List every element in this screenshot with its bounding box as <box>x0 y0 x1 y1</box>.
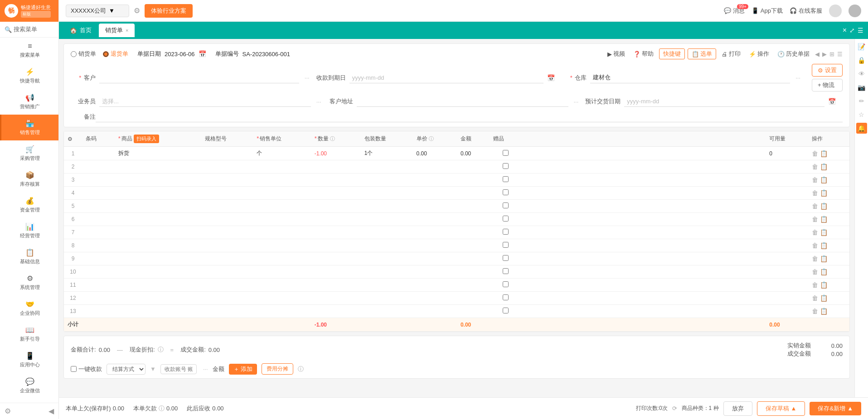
row-unit-price[interactable]: 0.00 <box>413 147 457 160</box>
row-amount[interactable] <box>457 239 490 252</box>
row-unit[interactable] <box>253 200 310 213</box>
row-barcode[interactable] <box>82 279 115 292</box>
row-qty[interactable] <box>311 226 361 239</box>
row-amount[interactable] <box>457 279 490 292</box>
row-unit[interactable] <box>253 187 310 200</box>
app-download-btn[interactable]: 📱 App下载 <box>752 7 783 15</box>
row-amount[interactable] <box>457 160 490 173</box>
sidebar-item-marketing[interactable]: 📢 营销推广 <box>0 89 58 115</box>
tab-home[interactable]: 🏠 首页 <box>63 24 98 37</box>
row-unit[interactable] <box>253 279 310 292</box>
row-unit[interactable] <box>253 160 310 173</box>
row-amount[interactable] <box>457 252 490 265</box>
row-unit-price[interactable] <box>413 226 457 239</box>
row-gift[interactable] <box>490 173 522 187</box>
gift-checkbox[interactable] <box>503 216 509 222</box>
row-barcode[interactable] <box>82 187 115 200</box>
row-spec[interactable] <box>201 147 253 160</box>
row-barcode[interactable] <box>82 239 115 252</box>
row-gift[interactable] <box>490 147 522 160</box>
one-click-checkbox[interactable] <box>71 366 77 372</box>
row-gift[interactable] <box>490 279 522 292</box>
row-qty[interactable] <box>311 200 361 213</box>
expected-date-input[interactable] <box>624 96 824 107</box>
close-window-icon[interactable]: × <box>843 26 847 34</box>
help-btn[interactable]: ❓ 帮助 <box>630 48 656 59</box>
gift-checkbox[interactable] <box>503 229 509 235</box>
panel-eye-icon[interactable]: 👁 <box>856 68 867 79</box>
row-pkg-qty[interactable]: 1个 <box>361 147 413 160</box>
row-gift[interactable] <box>490 213 522 226</box>
row-spec[interactable] <box>201 265 253 279</box>
delete-icon[interactable]: 🗑 <box>812 216 818 223</box>
row-barcode[interactable] <box>82 173 115 187</box>
row-pkg-qty[interactable] <box>361 226 413 239</box>
add-payment-btn[interactable]: ＋ 添加 <box>229 364 257 375</box>
delete-icon[interactable]: 🗑 <box>812 229 818 236</box>
salesperson-dots[interactable]: ··· <box>316 98 321 105</box>
row-unit[interactable] <box>253 265 310 279</box>
addr-dots[interactable]: ··· <box>574 98 579 105</box>
online-service-btn[interactable]: 🎧 在线客服 <box>790 7 822 15</box>
grid-view-icon[interactable]: ⊞ <box>829 51 834 58</box>
row-unit-price[interactable] <box>413 252 457 265</box>
payment-date-input[interactable] <box>349 72 544 83</box>
row-pkg-qty[interactable] <box>361 239 413 252</box>
warehouse-input[interactable] <box>590 72 790 83</box>
gift-checkbox[interactable] <box>503 268 509 274</box>
row-product[interactable] <box>115 226 201 239</box>
copy-icon[interactable]: 📋 <box>820 189 828 197</box>
radio-sales-input[interactable] <box>71 51 77 57</box>
row-amount[interactable] <box>457 200 490 213</box>
row-amount[interactable] <box>457 265 490 279</box>
account-dots[interactable]: ··· <box>203 366 208 372</box>
video-btn[interactable]: ▶ 视频 <box>605 48 628 59</box>
row-qty[interactable] <box>311 213 361 226</box>
user-avatar[interactable] <box>829 5 842 17</box>
row-qty[interactable]: -1.00 <box>311 147 361 160</box>
radio-return[interactable]: 退货单 <box>103 50 128 58</box>
sidebar-item-inventory[interactable]: 📦 库存核算 <box>0 166 58 192</box>
row-barcode[interactable] <box>82 305 115 318</box>
copy-icon[interactable]: 📋 <box>820 281 828 289</box>
sidebar-item-purchase[interactable]: 🛒 采购管理 <box>0 140 58 166</box>
row-barcode[interactable] <box>82 226 115 239</box>
row-spec[interactable] <box>201 213 253 226</box>
select-order-btn[interactable]: 📋 选单 <box>688 48 716 59</box>
row-barcode[interactable] <box>82 265 115 279</box>
delete-icon[interactable]: 🗑 <box>812 268 818 275</box>
row-pkg-qty[interactable] <box>361 200 413 213</box>
row-gift[interactable] <box>490 226 522 239</box>
row-barcode[interactable] <box>82 147 115 160</box>
row-spec[interactable] <box>201 252 253 265</box>
row-qty[interactable] <box>311 252 361 265</box>
list-view-icon2[interactable]: ☰ <box>837 51 843 58</box>
row-barcode[interactable] <box>82 160 115 173</box>
row-barcode[interactable] <box>82 292 115 305</box>
logistics-btn[interactable]: + 物流 <box>812 79 843 92</box>
row-qty[interactable] <box>311 305 361 318</box>
row-amount[interactable] <box>457 213 490 226</box>
row-amount[interactable] <box>457 226 490 239</box>
row-spec[interactable] <box>201 305 253 318</box>
row-amount[interactable] <box>457 305 490 318</box>
delete-icon[interactable]: 🗑 <box>812 150 818 157</box>
row-pkg-qty[interactable] <box>361 173 413 187</box>
expand-icon[interactable]: ⤢ <box>849 27 855 34</box>
row-product[interactable] <box>115 239 201 252</box>
row-unit[interactable] <box>253 173 310 187</box>
row-spec[interactable] <box>201 173 253 187</box>
message-btn[interactable]: 💬 消息 99+ <box>724 7 745 15</box>
sidebar-item-guide[interactable]: 📖 新手引导 <box>0 321 58 347</box>
row-unit[interactable] <box>253 305 310 318</box>
copy-icon[interactable]: 📋 <box>820 229 828 236</box>
scan-button[interactable]: 扫码录入 <box>134 135 159 143</box>
row-unit-price[interactable] <box>413 160 457 173</box>
row-product[interactable] <box>115 279 201 292</box>
save-draft-button[interactable]: 保存草稿 ▲ <box>757 401 805 416</box>
radio-sales[interactable]: 销货单 <box>71 50 96 58</box>
tab-close-icon[interactable]: × <box>126 28 128 33</box>
row-spec[interactable] <box>201 226 253 239</box>
split-btn[interactable]: 费用分摊 <box>262 363 293 375</box>
payment-calendar-icon[interactable]: 📅 <box>547 74 555 82</box>
